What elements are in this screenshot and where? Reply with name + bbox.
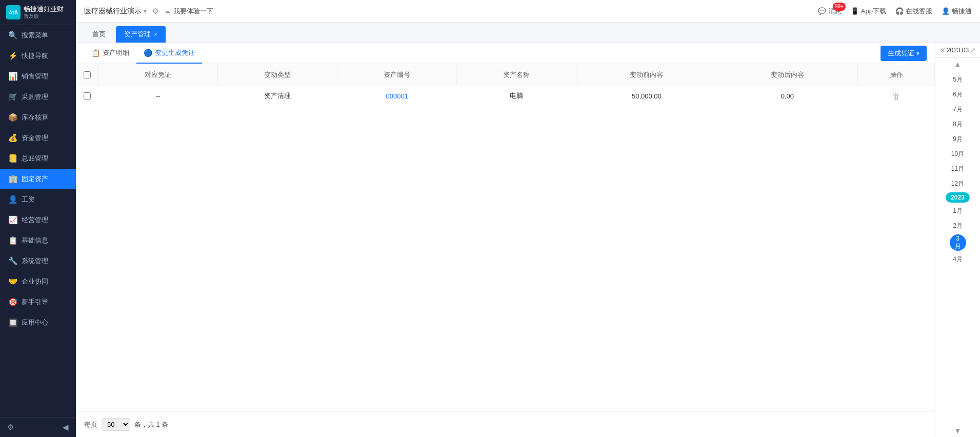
date-panel-nav-bottom: ▼ xyxy=(935,425,980,437)
pagination: 每页 50 10 20 100 条，共 1 条 xyxy=(76,411,935,437)
right-date-panel: ✕ 2023.03 ⤢ ▲ 5月6月7月8月9月10月11月12月20231月2… xyxy=(935,43,980,437)
sidebar-item-finance[interactable]: 💰 资金管理 xyxy=(0,128,76,148)
collapse-icon[interactable]: ◀ xyxy=(63,423,69,432)
col-before-change: 变动前内容 xyxy=(576,64,717,86)
per-page-select[interactable]: 50 10 20 100 xyxy=(102,418,130,431)
tab-label-asset-management: 资产管理 xyxy=(124,30,151,38)
date-month-5月[interactable]: 5月 xyxy=(935,72,980,87)
date-month-10月[interactable]: 10月 xyxy=(935,147,980,162)
tab-close-asset-management[interactable]: × xyxy=(154,31,157,38)
date-month-12月[interactable]: 12月 xyxy=(935,176,980,191)
sidebar-item-fixed-assets[interactable]: 🏢 固定资产 xyxy=(0,169,76,189)
date-panel-nav-top: ▲ xyxy=(935,58,980,70)
date-2023-4月[interactable]: 4月 xyxy=(935,252,980,267)
asset-no-link[interactable]: 000001 xyxy=(386,92,408,100)
tab-asset-management[interactable]: 资产管理× xyxy=(116,26,166,43)
sidebar-item-ledger[interactable]: 📒 总账管理 xyxy=(0,148,76,169)
sidebar-item-search[interactable]: 🔍 搜索菜单 xyxy=(0,25,76,46)
row-change-type: 资产清理 xyxy=(218,86,337,106)
sidebar-item-enterprise[interactable]: 🤝 企业协同 xyxy=(0,271,76,292)
row-after-change: 0.00 xyxy=(717,86,857,106)
asset-detail-tab-icon: 📋 xyxy=(91,49,100,57)
app-center-icon: 🔲 xyxy=(8,318,17,327)
online-service-icon: 🎧 xyxy=(895,7,904,15)
tab-label-home: 首页 xyxy=(92,30,106,38)
company-title: 医疗器械行业演示 xyxy=(84,7,142,16)
ledger-icon: 📒 xyxy=(8,154,17,163)
asset-detail-tab-label: 资产明细 xyxy=(103,48,129,57)
sidebar-label-quick-nav: 快捷导航 xyxy=(22,51,48,61)
col-asset-name: 资产名称 xyxy=(457,64,576,86)
date-2023-3月[interactable]: 3月 xyxy=(950,234,966,251)
sidebar-item-system[interactable]: 🔧 系统管理 xyxy=(0,251,76,271)
cloud-icon: ☁ xyxy=(164,7,171,15)
date-2023-1月[interactable]: 1月 xyxy=(935,204,980,218)
sidebar-nav: 🔍 搜索菜单⚡ 快捷导航📊 销售管理🛒 采购管理📦 库存核算💰 资金管理📒 总账… xyxy=(0,25,76,417)
date-panel-expand-icon[interactable]: ⤢ xyxy=(970,46,976,54)
delete-row-icon[interactable]: 🗑 xyxy=(892,92,900,101)
settings-icon[interactable]: ⚙ xyxy=(7,423,14,432)
fixed-assets-icon: 🏢 xyxy=(8,174,17,184)
topbar-title: 医疗器械行业演示 ▾ xyxy=(84,7,147,16)
sidebar-item-inventory[interactable]: 📦 库存核算 xyxy=(0,107,76,128)
topbar-messages[interactable]: 💬99+ 消息 xyxy=(818,7,842,16)
tab-home[interactable]: 首页 xyxy=(84,26,114,43)
generate-voucher-button[interactable]: 生成凭证 ▾ xyxy=(881,46,927,61)
topbar-app-download[interactable]: 📱 App下载 xyxy=(851,7,886,16)
payroll-icon: 👤 xyxy=(8,195,17,204)
date-nav-up-icon[interactable]: ▲ xyxy=(954,60,962,68)
date-panel-close-icon[interactable]: ✕ xyxy=(939,46,946,54)
sidebar-item-sales[interactable]: 📊 销售管理 xyxy=(0,66,76,87)
logo-text-block: 畅捷通好业财 普及版 xyxy=(24,5,64,19)
table-wrap: 对应凭证 变动类型 资产编号 资产名称 变动前内容 变动后内容 操作 xyxy=(76,64,935,411)
inner-tab-asset-detail[interactable]: 📋 资产明细 xyxy=(84,43,136,64)
col-operation: 操作 xyxy=(858,64,935,86)
date-nav-down-icon[interactable]: ▼ xyxy=(954,427,962,435)
sidebar-item-app-center[interactable]: 🔲 应用中心 xyxy=(0,312,76,333)
experience-btn[interactable]: ☁ 我要体验一下 xyxy=(164,7,213,16)
app-download-label: App下载 xyxy=(861,7,886,16)
sidebar-footer: ⚙ ◀ xyxy=(0,417,76,437)
enterprise-icon: 🤝 xyxy=(8,277,17,286)
topbar-settings-icon[interactable]: ⚙ xyxy=(152,6,159,16)
topbar-user[interactable]: 👤 畅捷通 xyxy=(942,7,972,16)
system-icon: 🔧 xyxy=(8,256,17,266)
sidebar-item-basic-info[interactable]: 📋 基础信息 xyxy=(0,230,76,251)
quick-nav-icon: ⚡ xyxy=(8,51,17,61)
logo-name: 畅捷通好业财 xyxy=(24,5,64,13)
date-month-7月[interactable]: 7月 xyxy=(935,102,980,117)
date-panel-header: ✕ 2023.03 ⤢ xyxy=(935,43,980,58)
date-2023-2月[interactable]: 2月 xyxy=(935,218,980,233)
finance-icon: 💰 xyxy=(8,133,17,143)
inner-tab-change-voucher[interactable]: 🔵 变更生成凭证 xyxy=(136,43,202,64)
date-month-6月[interactable]: 6月 xyxy=(935,87,980,102)
row-checkbox[interactable] xyxy=(84,92,91,100)
title-dropdown-icon[interactable]: ▾ xyxy=(144,8,147,15)
row-voucher: -- xyxy=(98,86,218,106)
date-month-11月[interactable]: 11月 xyxy=(935,162,980,176)
sidebar-label-search: 搜索菜单 xyxy=(22,31,48,40)
messages-icon: 💬 xyxy=(818,7,826,15)
date-year-2023[interactable]: 2023 xyxy=(946,192,970,203)
guide-icon: 🎯 xyxy=(8,297,17,307)
badge-messages: 99+ xyxy=(833,3,846,11)
sidebar-label-operations: 经营管理 xyxy=(22,215,48,225)
sidebar-item-guide[interactable]: 🎯 新手引导 xyxy=(0,292,76,312)
online-service-label: 在线客服 xyxy=(906,7,932,16)
sidebar-item-payroll[interactable]: 👤 工资 xyxy=(0,189,76,210)
sidebar-item-operations[interactable]: 📈 经营管理 xyxy=(0,210,76,230)
sidebar-label-guide: 新手引导 xyxy=(22,297,48,307)
select-all-checkbox[interactable] xyxy=(84,71,91,78)
topbar-online-service[interactable]: 🎧 在线客服 xyxy=(895,7,932,16)
sidebar-item-quick-nav[interactable]: ⚡ 快捷导航 xyxy=(0,46,76,66)
topbar: 医疗器械行业演示 ▾ ⚙ ☁ 我要体验一下 💬99+ 消息📱 App下载🎧 在线… xyxy=(76,0,980,23)
app-download-icon: 📱 xyxy=(851,7,859,15)
sidebar-label-ledger: 总账管理 xyxy=(22,154,48,163)
sidebar-item-purchase[interactable]: 🛒 采购管理 xyxy=(0,87,76,107)
search-icon: 🔍 xyxy=(8,31,17,40)
asset-table: 对应凭证 变动类型 资产编号 资产名称 变动前内容 变动后内容 操作 xyxy=(76,64,935,106)
sidebar-label-app-center: 应用中心 xyxy=(22,318,48,327)
date-month-9月[interactable]: 9月 xyxy=(935,132,980,147)
date-month-8月[interactable]: 8月 xyxy=(935,117,980,132)
user-label: 畅捷通 xyxy=(952,7,972,16)
